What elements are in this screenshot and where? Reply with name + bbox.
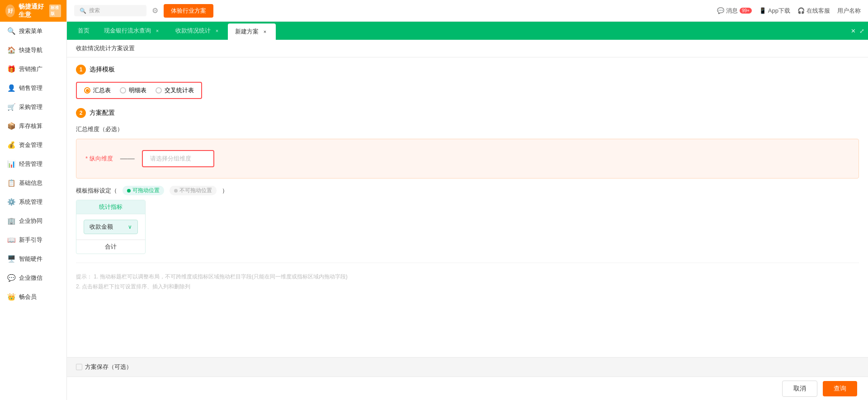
metrics-table-header: 统计指标 <box>76 200 145 214</box>
tabbar: 首页 现金银行流水查询 × 收款情况统计 × 新建方案 × ✕ ⤢ <box>67 22 868 40</box>
sales-icon: 👤 <box>7 84 15 92</box>
operation-icon: 📊 <box>7 160 15 168</box>
dimension-area: * 纵向维度 —— 请选择分组维度 <box>76 139 859 179</box>
tab-bank-flow[interactable]: 现金银行流水查询 × <box>97 22 168 40</box>
sidebar-item-label: 企业协同 <box>19 217 42 225</box>
tab-home[interactable]: 首页 <box>71 22 97 40</box>
service-item[interactable]: 🎧 在线客服 <box>797 7 830 15</box>
sidebar-item-label: 企业微信 <box>19 274 42 282</box>
metrics-tag-dropdown-icon[interactable]: ∨ <box>128 224 132 230</box>
sidebar-item-quick-nav[interactable]: 🏠 快捷导航 <box>0 41 66 60</box>
action-bar: 取消 查询 <box>67 376 868 400</box>
breadcrumb-text: 收款情况统计方案设置 <box>76 45 135 52</box>
non-draggable-badge: 不可拖动位置 <box>170 186 217 195</box>
metrics-tag-payment[interactable]: 收款金额 ∨ <box>84 220 138 234</box>
dim-row: * 纵向维度 —— 请选择分组维度 <box>85 150 849 167</box>
tab-new-plan[interactable]: 新建方案 × <box>228 24 276 40</box>
topbar-right: 💬 消息 99+ 📱 App下载 🎧 在线客服 用户名称 <box>717 7 861 15</box>
user-avatar[interactable]: 用户名称 <box>837 7 861 15</box>
tab-payment-stats-label: 收款情况统计 <box>175 27 211 35</box>
metrics-label-suffix: ） <box>222 187 228 195</box>
message-icon: 💬 <box>717 7 724 14</box>
purchase-icon: 🛒 <box>7 103 15 111</box>
sidebar-item-label: 库存核算 <box>19 122 42 130</box>
tab-expand-icon[interactable]: ⤢ <box>859 28 864 34</box>
section2-label: 方案配置 <box>90 109 115 117</box>
quick-nav-icon: 🏠 <box>7 46 15 54</box>
service-icon: 🎧 <box>797 7 805 14</box>
metrics-tag-label: 收款金额 <box>90 223 113 231</box>
sidebar-item-operation[interactable]: 📊 经营管理 <box>0 155 66 174</box>
sidebar-item-collab[interactable]: 🏢 企业协同 <box>0 212 66 231</box>
sidebar-item-member[interactable]: 👑 畅会员 <box>0 287 66 306</box>
sidebar-item-search-menu[interactable]: 🔍 搜索菜单 <box>0 22 66 41</box>
section1-num: 1 <box>76 65 86 75</box>
save-checkbox-label: 方案保存（可选） <box>85 363 132 371</box>
cancel-button[interactable]: 取消 <box>782 381 817 397</box>
sidebar-item-label: 搜索菜单 <box>19 27 42 35</box>
checkbox-box[interactable] <box>76 364 82 370</box>
draggable-badge: 可拖动位置 <box>123 186 164 195</box>
section-config-title: 2 方案配置 <box>76 108 859 118</box>
draggable-dot <box>127 189 131 193</box>
search-menu-icon: 🔍 <box>7 27 15 35</box>
tab-bank-flow-close[interactable]: × <box>154 27 161 34</box>
tab-new-plan-close[interactable]: × <box>261 28 269 35</box>
radio-cross[interactable]: 交叉统计表 <box>156 86 194 94</box>
sidebar-item-marketing[interactable]: 🎁 营销推广 <box>0 60 66 79</box>
dim-section-title: 汇总维度（必选） <box>76 125 859 133</box>
tab-payment-stats-close[interactable]: × <box>213 27 221 34</box>
member-icon: 👑 <box>7 293 15 301</box>
dim-selector[interactable]: 请选择分组维度 <box>142 150 214 167</box>
page-breadcrumb: 收款情况统计方案设置 <box>67 40 868 57</box>
sidebar-item-wechat[interactable]: 💬 企业微信 <box>0 268 66 287</box>
sidebar-item-label: 采购管理 <box>19 103 42 111</box>
radio-summary[interactable]: 汇总表 <box>84 86 111 94</box>
sidebar-item-label: 快捷导航 <box>19 46 42 54</box>
topbar-left: 🔍 搜索 ⚙ 体验行业方案 <box>74 4 213 18</box>
radio-detail-label: 明细表 <box>129 86 146 94</box>
hardware-icon: 🖥️ <box>7 255 15 263</box>
metrics-total: 合计 <box>76 240 145 254</box>
radio-detail[interactable]: 明细表 <box>120 86 146 94</box>
sidebar-item-label: 系统管理 <box>19 198 42 206</box>
metrics-table: 统计指标 收款金额 ∨ 合计 <box>76 200 146 254</box>
section-template-title: 1 选择模板 <box>76 65 859 75</box>
section-config: 2 方案配置 汇总维度（必选） * 纵向维度 —— 请选择分组维度 <box>76 108 859 292</box>
sidebar-item-purchase[interactable]: 🛒 采购管理 <box>0 98 66 117</box>
sidebar-item-system[interactable]: ⚙️ 系统管理 <box>0 193 66 212</box>
industry-btn[interactable]: 体验行业方案 <box>164 4 213 18</box>
download-label: App下载 <box>768 7 790 15</box>
non-draggable-dot <box>174 189 178 193</box>
template-options-box: 汇总表 明细表 交叉统计表 <box>76 82 202 99</box>
tab-close-all-icon[interactable]: ✕ <box>851 28 856 34</box>
query-button[interactable]: 查询 <box>823 381 857 396</box>
save-checkbox[interactable]: 方案保存（可选） <box>76 363 132 371</box>
message-badge: 99+ <box>740 8 752 14</box>
tabbar-right: ✕ ⤢ <box>851 28 868 34</box>
sidebar-item-label: 资金管理 <box>19 141 42 149</box>
page-footer: 方案保存（可选） <box>67 357 868 376</box>
search-box[interactable]: 🔍 搜索 <box>74 5 146 16</box>
download-item[interactable]: 📱 App下载 <box>759 7 790 15</box>
radio-summary-label: 汇总表 <box>93 86 111 94</box>
section2-num: 2 <box>76 108 86 118</box>
marketing-icon: 🎁 <box>7 65 15 73</box>
content-body: 1 选择模板 汇总表 明细表 交叉统计表 <box>67 57 868 357</box>
topbar: 🔍 搜索 ⚙ 体验行业方案 💬 消息 99+ 📱 App下载 🎧 在线客服 用户… <box>67 0 868 22</box>
sidebar-item-sales[interactable]: 👤 销售管理 <box>0 79 66 98</box>
sidebar-item-hardware[interactable]: 🖥️ 智能硬件 <box>0 249 66 268</box>
sidebar: 好 畅捷通好生意 标准版 🔍 搜索菜单 🏠 快捷导航 🎁 营销推广 👤 销售管理… <box>0 0 67 400</box>
logo-badge: 标准版 <box>49 5 61 17</box>
tab-new-plan-label: 新建方案 <box>235 28 259 36</box>
sidebar-item-finance[interactable]: 💰 资金管理 <box>0 136 66 155</box>
sidebar-item-guide[interactable]: 📖 新手引导 <box>0 231 66 249</box>
tab-payment-stats[interactable]: 收款情况统计 × <box>168 22 228 40</box>
sidebar-item-basic[interactable]: 📋 基础信息 <box>0 174 66 193</box>
message-item[interactable]: 💬 消息 99+ <box>717 7 752 15</box>
dim-row-label: * 纵向维度 <box>85 155 113 163</box>
sidebar-item-label: 新手引导 <box>19 236 42 244</box>
settings-icon[interactable]: ⚙ <box>152 6 158 15</box>
sidebar-item-inventory[interactable]: 📦 库存核算 <box>0 117 66 136</box>
inventory-icon: 📦 <box>7 122 15 130</box>
